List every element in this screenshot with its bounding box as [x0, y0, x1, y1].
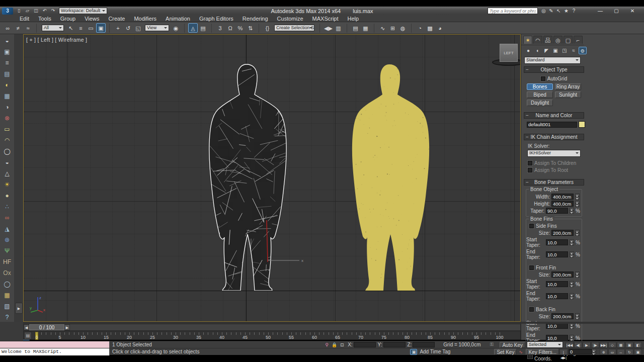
sunlight-button[interactable]: Sunlight	[555, 92, 581, 98]
subtab-space-warps[interactable]: ≈	[570, 47, 578, 54]
named-selection-sets-dropdown[interactable]: Create Selection Se	[274, 25, 314, 31]
bones-button[interactable]: Bones	[527, 83, 553, 90]
daylight-button[interactable]: Daylight	[527, 100, 553, 106]
tab-create[interactable]: ✶	[523, 36, 532, 44]
minimize-button[interactable]: —	[594, 8, 607, 14]
ox-icon[interactable]: Ox	[1, 267, 13, 279]
subtab-geometry[interactable]: ●	[524, 47, 532, 54]
bone-width-field[interactable]	[551, 194, 574, 200]
sphere-icon[interactable]: ●	[1, 190, 13, 201]
maxscript-listener-input[interactable]	[0, 341, 110, 348]
snapshot-icon[interactable]: ▣	[1, 46, 13, 57]
isolate-selection-toggle[interactable]: ▣	[410, 349, 417, 355]
back-fin-end-taper-spinner[interactable]	[570, 335, 574, 341]
go-to-start-button[interactable]: |◀◀	[566, 342, 574, 348]
rollout-ik-chain[interactable]: −IK Chain Assignment	[524, 134, 584, 140]
biped-button[interactable]: Biped	[527, 92, 553, 98]
subtab-systems[interactable]: ⚙	[579, 47, 587, 54]
material-editor-icon[interactable]: ◍	[398, 23, 408, 33]
set-key-button[interactable]: Set Key	[494, 349, 517, 355]
front-fin-size-spinner[interactable]	[575, 272, 580, 278]
time-slider-handle[interactable]: 0 / 100	[29, 324, 64, 330]
subtab-shapes[interactable]: ◖	[533, 47, 541, 54]
open-file-icon[interactable]: ▱	[24, 8, 31, 14]
percent-snap-icon[interactable]: %	[235, 23, 245, 33]
menu-animation[interactable]: Animation	[161, 15, 195, 22]
key-filters-button[interactable]: Key Filters...	[526, 349, 559, 355]
ball-icon[interactable]: ◯	[1, 279, 13, 290]
select-and-manipulate-icon[interactable]: ◬	[188, 23, 198, 33]
spinner-snap-icon[interactable]: ⇅	[246, 23, 255, 33]
scene-explorer-icon[interactable]: ▦	[361, 23, 370, 33]
help-icon[interactable]: ?	[571, 8, 577, 14]
side-fins-end-taper-field[interactable]	[546, 251, 568, 257]
menu-maxscript[interactable]: MAXScript	[308, 15, 343, 22]
menu-graph-editors[interactable]: Graph Editors	[195, 15, 238, 22]
curve-editor-icon[interactable]: ∿	[378, 23, 387, 33]
side-fins-start-taper-spinner[interactable]	[570, 239, 574, 245]
pin-stack-icon[interactable]: ⚲	[323, 342, 331, 347]
track-bar-ruler[interactable]: 0510152025303540455055606570758085909510…	[33, 331, 516, 340]
category-dropdown[interactable]: Standard	[524, 57, 581, 64]
rollout-object-type[interactable]: −Object Type	[524, 66, 584, 73]
rendered-frame-window-icon[interactable]: ▩	[425, 23, 435, 33]
molecule-icon[interactable]: ∞	[1, 212, 13, 223]
tab-hierarchy[interactable]: 品	[543, 36, 552, 44]
reference-coordinate-dropdown[interactable]: View	[145, 25, 169, 31]
side-fins-start-taper-field[interactable]	[546, 239, 568, 245]
keyboard-shortcut-override-icon[interactable]: ▤	[198, 23, 208, 33]
hf-icon[interactable]: HF	[1, 256, 13, 267]
rectangular-selection-region-icon[interactable]: ▭	[86, 23, 96, 33]
select-and-move-icon[interactable]: +	[113, 23, 123, 33]
list-view-icon[interactable]: ≡	[1, 57, 13, 68]
dome-icon[interactable]: ◠	[1, 135, 13, 146]
x-coordinate-field[interactable]	[354, 342, 376, 347]
cone-icon[interactable]: △	[1, 168, 13, 179]
select-and-link-icon[interactable]: ∞	[3, 23, 13, 33]
menu-create[interactable]: Create	[104, 15, 129, 22]
3dsmax-logo-icon[interactable]: 3	[2, 8, 13, 15]
sign-in-icon[interactable]: ✎	[548, 8, 554, 14]
maxscript-listener-output[interactable]: Welcome to MAXScript.	[0, 348, 110, 355]
side-fins-end-taper-spinner[interactable]	[570, 251, 574, 257]
current-frame-spinner[interactable]	[592, 349, 596, 354]
rollout-name-color[interactable]: −Name and Color	[524, 112, 584, 119]
absolute-mode-icon[interactable]: ⊡	[338, 342, 346, 347]
bone-taper-spinner[interactable]	[570, 208, 574, 214]
viewcube[interactable]: LEFT	[491, 42, 521, 68]
light-lister-icon[interactable]: ◐	[1, 79, 13, 90]
new-key-curve-icon[interactable]: ∿	[517, 349, 524, 354]
y-coordinate-field[interactable]	[383, 342, 406, 347]
schematic-view-icon[interactable]: ⊞	[388, 23, 397, 33]
mirror-icon[interactable]: ◀▶	[324, 23, 333, 33]
key-mode-toggle[interactable]: |◀▶|	[559, 349, 568, 355]
favorites-icon[interactable]: ★	[563, 8, 570, 14]
tab-motion[interactable]: ◎	[553, 36, 562, 44]
subtab-cameras[interactable]: ▣	[551, 47, 559, 54]
viewport[interactable]: [ + ] [ Left ] [ Wireframe ] x LEFT z y	[23, 34, 521, 322]
tab-display[interactable]: ▢	[564, 36, 573, 44]
mini-curve-editor-button[interactable]: ▤	[24, 332, 32, 339]
reactor-icon[interactable]: ⊗	[1, 113, 13, 124]
side-fins-size-spinner[interactable]	[575, 230, 580, 236]
palette-icon[interactable]: ▦	[1, 290, 13, 301]
track-bar[interactable]: ▤ 05101520253035404550556065707580859095…	[23, 331, 521, 340]
object-name-field[interactable]	[527, 122, 577, 128]
back-fin-size-field[interactable]	[551, 313, 574, 319]
current-frame-field[interactable]	[569, 349, 592, 354]
bone-height-spinner[interactable]	[575, 201, 580, 207]
select-and-scale-icon[interactable]: ◱	[133, 23, 143, 33]
key-selected-dropdown[interactable]: Selected	[527, 341, 563, 348]
ik-solver-dropdown[interactable]: IKHISolver	[527, 150, 581, 157]
search-binoculars-icon[interactable]: ◎	[540, 8, 547, 14]
rollout-bone-parameters[interactable]: −Bone Parameters	[524, 179, 584, 186]
bone-taper-field[interactable]	[546, 208, 568, 214]
add-time-tag[interactable]: Add Time Tag	[417, 349, 493, 354]
menu-modifiers[interactable]: Modifiers	[129, 15, 161, 22]
cursor-help-icon[interactable]: ↖	[555, 8, 562, 14]
close-button[interactable]: ✕	[626, 8, 639, 14]
bone-height-field[interactable]	[551, 201, 574, 207]
select-by-name-icon[interactable]: ≡	[76, 23, 86, 33]
assign-to-root-checkbox[interactable]	[528, 168, 532, 172]
front-fin-end-taper-spinner[interactable]	[570, 293, 574, 299]
